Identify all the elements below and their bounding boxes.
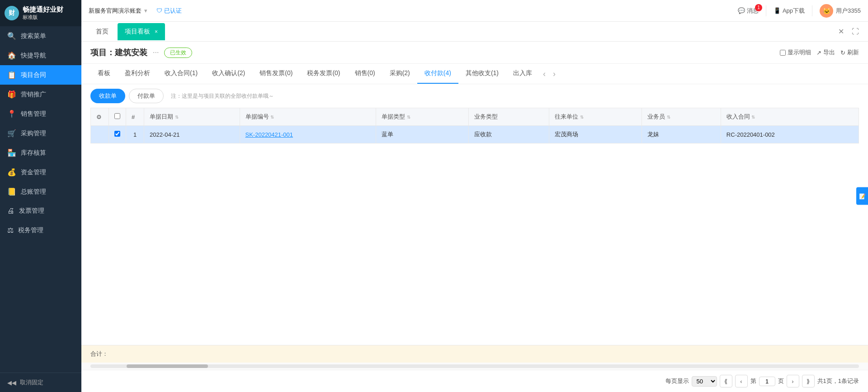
- last-page-button[interactable]: ⟫: [802, 375, 815, 387]
- app-download-label: App下载: [783, 7, 805, 15]
- scrollbar-thumb[interactable]: [127, 364, 208, 368]
- first-page-button[interactable]: ⟪: [720, 375, 732, 387]
- sidebar-item-label: 营销推广: [21, 91, 46, 99]
- sort-icon: ⇅: [667, 115, 670, 120]
- sidebar-item-invoice[interactable]: 🖨 发票管理: [0, 201, 81, 220]
- feedback-button[interactable]: 📝: [856, 187, 868, 205]
- module-tab-purchase[interactable]: 采购(2): [382, 64, 417, 84]
- col-type[interactable]: 单据类型 ⇅: [376, 108, 469, 126]
- account-selector[interactable]: 新服务官网演示账套 ▾: [89, 7, 147, 15]
- module-tab-tax-invoice[interactable]: 税务发票(0): [300, 64, 347, 84]
- col-date[interactable]: 单据日期 ⇅: [144, 108, 240, 126]
- sidebar-item-ledger[interactable]: 📒 总账管理: [0, 182, 81, 201]
- row-check[interactable]: [109, 126, 126, 143]
- sidebar-item-purchase[interactable]: 🛒 采购管理: [0, 124, 81, 143]
- sales-icon: 📍: [7, 110, 16, 118]
- current-page-input[interactable]: [759, 377, 775, 386]
- divider: [766, 5, 766, 16]
- project-icon: 📋: [7, 71, 16, 79]
- app-name: 畅捷通好业财: [23, 5, 63, 13]
- col-type-label: 单据类型: [382, 113, 405, 120]
- account-name: 新服务官网演示账套: [89, 7, 142, 15]
- subtab-receipt[interactable]: 收款单: [90, 89, 125, 103]
- user-menu[interactable]: 🐱 用户3355: [820, 4, 861, 18]
- prev-page-button[interactable]: ‹: [735, 375, 748, 387]
- row-checkbox[interactable]: [114, 131, 120, 137]
- module-tab-sales-invoice[interactable]: 销售发票(0): [252, 64, 300, 84]
- maximize-window-button[interactable]: ⛶: [850, 26, 861, 37]
- project-header: 项目：建筑安装 ··· 已生效 显示明细 ↗ 导出 ↻ 刷新: [81, 42, 868, 64]
- sidebar-item-quick-nav[interactable]: 🏠 快捷导航: [0, 46, 81, 65]
- module-tab-sales[interactable]: 销售(0): [348, 64, 382, 84]
- show-detail-checkbox[interactable]: [780, 50, 786, 56]
- module-tab-inout[interactable]: 出入库: [506, 64, 539, 84]
- message-button[interactable]: 💬 消息 1: [738, 7, 759, 15]
- sidebar-item-sales[interactable]: 📍 销售管理: [0, 104, 81, 124]
- unpin-button[interactable]: ◀◀ 取消固定: [0, 373, 81, 392]
- show-detail-toggle[interactable]: 显示明细: [780, 48, 811, 57]
- sidebar-scroll: 🔍 搜索菜单 🏠 快捷导航 📋 项目合同 🎁 营销推广 📍 销售管理 🛒 采购管…: [0, 26, 81, 373]
- sidebar-item-label: 搜索菜单: [21, 32, 46, 40]
- col-gear[interactable]: ⚙: [91, 108, 109, 126]
- page-suffix: 页: [778, 377, 784, 385]
- unpin-icon: ◀◀: [7, 379, 16, 386]
- sidebar-item-label: 税务管理: [18, 226, 43, 234]
- sidebar-item-tax[interactable]: ⚖ 税务管理: [0, 220, 81, 240]
- sidebar-item-marketing[interactable]: 🎁 营销推广: [0, 85, 81, 104]
- subtab-payment[interactable]: 付款单: [129, 89, 164, 103]
- table-row[interactable]: 1 2022-04-21 SK-20220421-001 蓝单 应收款 宏茂商场…: [91, 126, 859, 143]
- feedback-icon: 📝: [859, 193, 865, 200]
- project-status-badge: 已生效: [164, 48, 192, 58]
- tab-project-board[interactable]: 项目看板 ×: [118, 23, 165, 40]
- divider: [812, 5, 812, 16]
- tab-home[interactable]: 首页: [89, 23, 116, 40]
- sidebar-item-finance[interactable]: 💰 资金管理: [0, 163, 81, 182]
- app-edition: 标准版: [23, 14, 63, 21]
- module-tab-kanban[interactable]: 看板: [90, 64, 118, 84]
- col-date-label: 单据日期: [150, 113, 173, 120]
- app-download-button[interactable]: 📱 App下载: [774, 7, 805, 15]
- col-salesperson-label: 业务员: [647, 113, 665, 120]
- select-all-checkbox[interactable]: [114, 113, 120, 119]
- tab-arrow-right[interactable]: ›: [549, 69, 559, 79]
- row-code[interactable]: SK-20220421-001: [240, 126, 376, 143]
- module-tab-income-contract[interactable]: 收入合同(1): [157, 64, 205, 84]
- sidebar-item-search[interactable]: 🔍 搜索菜单: [0, 26, 81, 46]
- total-label: 合计：: [90, 350, 108, 357]
- col-partner[interactable]: 往来单位 ⇅: [549, 108, 642, 126]
- sidebar-item-label: 项目合同: [21, 71, 46, 79]
- module-tab-other[interactable]: 其他收支(1): [458, 64, 506, 84]
- per-page-select[interactable]: 50 100: [692, 376, 717, 387]
- module-tabs: 看板 盈利分析 收入合同(1) 收入确认(2) 销售发票(0) 税务发票(0) …: [81, 64, 868, 84]
- next-page-button[interactable]: ›: [787, 375, 799, 387]
- module-tab-payment[interactable]: 收付款(4): [417, 64, 458, 84]
- project-more-button[interactable]: ···: [153, 48, 159, 57]
- sidebar-item-project-contract[interactable]: 📋 项目合同: [0, 65, 81, 85]
- module-tab-income-confirm[interactable]: 收入确认(2): [205, 64, 252, 84]
- horizontal-scrollbar[interactable]: [90, 364, 859, 368]
- row-gear: [91, 126, 109, 143]
- row-code-link[interactable]: SK-20220421-001: [245, 131, 293, 138]
- col-contract[interactable]: 收入合同 ⇅: [721, 108, 859, 126]
- sidebar-item-inventory[interactable]: 🏪 库存核算: [0, 143, 81, 163]
- tab-bar: 首页 项目看板 × ✕ ⛶: [81, 22, 868, 42]
- close-window-button[interactable]: ✕: [835, 26, 846, 37]
- sort-icon: ⇅: [580, 115, 584, 120]
- module-tab-profit[interactable]: 盈利分析: [118, 64, 157, 84]
- col-contract-label: 收入合同: [726, 113, 750, 120]
- tab-arrow-left[interactable]: ‹: [539, 69, 549, 79]
- subtab-bar: 收款单 付款单 注：这里是与项目关联的全部收付款单哦～: [81, 84, 868, 108]
- col-salesperson[interactable]: 业务员 ⇅: [642, 108, 721, 126]
- sidebar: 财 畅捷通好业财 标准版 🔍 搜索菜单 🏠 快捷导航 📋 项目合同 🎁 营销推广…: [0, 0, 81, 392]
- account-dropdown-icon: ▾: [144, 7, 147, 14]
- topbar-actions: 💬 消息 1 📱 App下载 🐱 用户3355: [738, 4, 861, 18]
- export-button[interactable]: ↗ 导出: [816, 48, 835, 57]
- tab-close-icon[interactable]: ×: [155, 29, 158, 35]
- refresh-button[interactable]: ↻ 刷新: [840, 48, 859, 57]
- message-badge: 1: [755, 4, 762, 11]
- tab-home-label: 首页: [96, 28, 108, 35]
- ledger-icon: 📒: [7, 187, 16, 196]
- search-icon: 🔍: [7, 32, 16, 40]
- table-body: 1 2022-04-21 SK-20220421-001 蓝单 应收款 宏茂商场…: [91, 126, 859, 143]
- col-code[interactable]: 单据编号 ⇅: [240, 108, 376, 126]
